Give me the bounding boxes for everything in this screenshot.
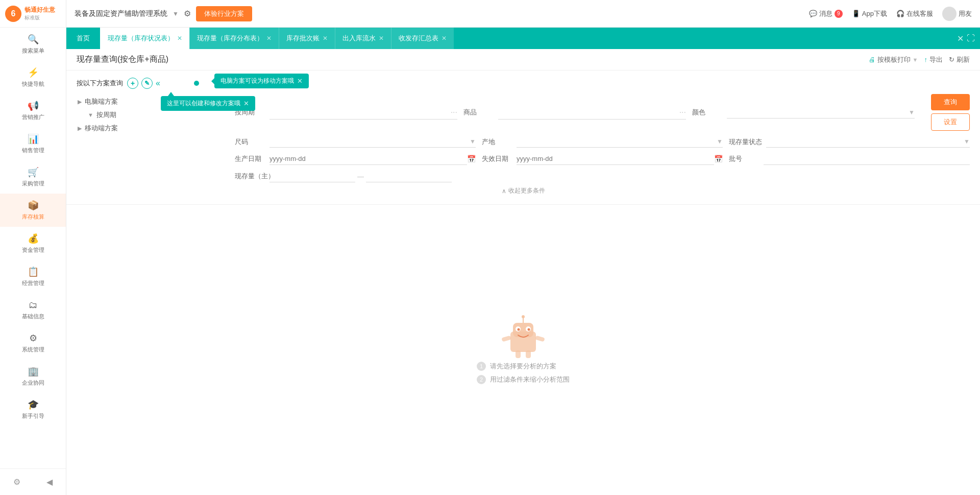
purchase-icon: 🛒 xyxy=(28,167,39,178)
collapse-label: 收起更多条件 xyxy=(508,186,545,195)
sidebar-item-finance[interactable]: 💰资金管理 xyxy=(0,227,66,260)
sidebar-item-system[interactable]: ⚙系统管理 xyxy=(0,326,66,360)
reset-button[interactable]: 设置 xyxy=(931,113,970,131)
sidebar-item-sales[interactable]: 📊销售管理 xyxy=(0,127,66,160)
user-label: 用友 xyxy=(959,9,972,18)
tab-receive-send-close[interactable]: ✕ xyxy=(442,35,447,42)
tooltip-edit-scheme: 这里可以创建和修改方案哦 ✕ xyxy=(161,96,255,111)
expire-date-cal-icon[interactable]: 📅 xyxy=(714,155,723,163)
tabs-close-all-icon[interactable]: ✕ xyxy=(957,34,964,43)
tab-batch-ledger-close[interactable]: ✕ xyxy=(323,35,328,42)
app-download-item[interactable]: 📱 App下载 xyxy=(852,9,887,18)
edit-scheme-button[interactable]: ✎ xyxy=(141,78,153,89)
stock-status-select[interactable]: ▼ xyxy=(766,136,970,148)
print-button[interactable]: 🖨 按模板打印 ▼ xyxy=(869,55,918,64)
tooltip2-close[interactable]: ✕ xyxy=(243,100,249,107)
tab-inventory-dist-close[interactable]: ✕ xyxy=(266,35,272,42)
sidebar-item-basic[interactable]: 🗂基础信息 xyxy=(0,293,66,326)
sidebar-item-purchase[interactable]: 🛒采购管理 xyxy=(0,160,66,194)
scheme-desktop-arrow: ▶ xyxy=(78,99,82,105)
color-select[interactable]: ▼ xyxy=(727,107,915,119)
messages-item[interactable]: 💬 消息 9 xyxy=(809,9,843,18)
message-badge: 9 xyxy=(835,10,843,18)
tab-batch-ledger-label: 库存批次账 xyxy=(286,34,320,43)
sidebar-item-guide[interactable]: 🎓新手引导 xyxy=(0,393,66,426)
collapse-row: ∧ 收起更多条件 xyxy=(77,182,970,197)
origin-select[interactable]: ▼ xyxy=(517,136,723,148)
export-button[interactable]: ↑ 导出 xyxy=(924,55,943,64)
sidebar-item-marketing[interactable]: 📢营销推广 xyxy=(0,94,66,127)
main-area: 装备及固定资产辅助管理系统 ▼ ⚙ 体验行业方案 💬 消息 9 📱 App下载 … xyxy=(66,0,980,495)
sidebar-item-operations[interactable]: 📋经营管理 xyxy=(0,260,66,293)
system-name: 装备及固定资产辅助管理系统 xyxy=(75,9,167,18)
sidebar-item-inventory[interactable]: 📦库存核算 xyxy=(0,194,66,227)
goods-select[interactable]: ··· xyxy=(498,106,686,120)
user-avatar xyxy=(942,7,957,21)
gear-button[interactable]: ⚙ xyxy=(184,9,191,18)
tab-batch-ledger[interactable]: 库存批次账✕ xyxy=(279,28,335,49)
scheme-arrow-button[interactable]: « xyxy=(156,79,160,88)
inventory-label: 库存核算 xyxy=(22,213,44,221)
support-item[interactable]: 🎧 在线客服 xyxy=(896,9,933,18)
color-label: 颜色 xyxy=(692,108,723,117)
warehouse-select[interactable]: ··· xyxy=(270,106,457,120)
sidebar-item-search[interactable]: 🔍搜索菜单 xyxy=(0,28,66,61)
basic-icon: 🗂 xyxy=(28,299,39,311)
field-prod-date: 生产日期 📅 xyxy=(235,153,476,165)
tab-inventory-status-close[interactable]: ✕ xyxy=(177,35,182,42)
collapse-icon[interactable]: ◀ xyxy=(44,475,55,489)
field-origin: 产地 ▼ xyxy=(482,136,723,148)
filter-row-1: 按周期 ··· 商品 ··· 颜色 xyxy=(235,94,970,131)
step2-num: 2 xyxy=(477,375,486,384)
field-stock-status: 现存量状态 ▼ xyxy=(729,136,970,148)
sidebar-item-enterprise[interactable]: 🏢企业协同 xyxy=(0,360,66,393)
stock-main-min-input[interactable] xyxy=(270,172,355,180)
expire-date-label: 失效日期 xyxy=(482,154,512,163)
step1-num: 1 xyxy=(477,362,486,371)
color-chevron-icon: ▼ xyxy=(909,109,915,116)
user-item[interactable]: 用友 xyxy=(942,7,972,21)
prod-date-start-input[interactable] xyxy=(270,155,467,162)
sidebar-item-quick-nav[interactable]: ⚡快捷导航 xyxy=(0,61,66,94)
svg-rect-8 xyxy=(516,350,521,358)
export-icon: ↑ xyxy=(924,56,928,63)
size-select[interactable]: ▼ xyxy=(270,136,476,148)
tabs-expand-icon[interactable]: ⛶ xyxy=(967,34,975,43)
tab-receive-send[interactable]: 收发存汇总表✕ xyxy=(391,28,454,49)
goods-dots-icon[interactable]: ··· xyxy=(679,108,686,117)
marketing-icon: 📢 xyxy=(28,100,39,111)
query-button[interactable]: 查询 xyxy=(931,94,970,110)
trial-button[interactable]: 体验行业方案 xyxy=(196,6,252,21)
tooltip-desktop-scheme: 电脑方案可设为移动方案哦 ✕ xyxy=(214,74,309,88)
tab-in-out-flow[interactable]: 出入库流水✕ xyxy=(335,28,391,49)
tab-inventory-dist[interactable]: 现存量（库存分布表）✕ xyxy=(189,28,279,49)
sidebar-nav: 🔍搜索菜单⚡快捷导航📢营销推广📊销售管理🛒采购管理📦库存核算💰资金管理📋经营管理… xyxy=(0,28,66,468)
tab-inventory-status[interactable]: 现存量（库存状况表）✕ xyxy=(100,28,189,49)
app-label: App下载 xyxy=(862,9,887,18)
tab-home[interactable]: 首页 xyxy=(66,28,100,49)
page-actions: 🖨 按模板打印 ▼ ↑ 导出 ↻ 刷新 xyxy=(869,55,970,64)
collapse-icon: ∧ xyxy=(502,187,506,195)
expire-date-start-input[interactable] xyxy=(517,155,714,162)
scheme-mobile-arrow: ▶ xyxy=(78,125,82,132)
add-scheme-button[interactable]: + xyxy=(127,78,138,89)
sales-icon: 📊 xyxy=(28,133,39,145)
field-color: 颜色 ▼ xyxy=(692,107,915,119)
warehouse-dots-icon[interactable]: ··· xyxy=(451,108,457,117)
settings-icon[interactable]: ⚙ xyxy=(11,475,22,489)
refresh-button[interactable]: ↻ 刷新 xyxy=(949,55,970,64)
batch-input[interactable] xyxy=(764,153,970,165)
tooltip2-text: 这里可以创建和修改方案哦 xyxy=(167,99,240,108)
tab-in-out-flow-close[interactable]: ✕ xyxy=(379,35,384,42)
prod-date-cal-icon[interactable]: 📅 xyxy=(467,155,476,163)
size-label: 尺码 xyxy=(235,137,265,147)
support-label: 在线客服 xyxy=(906,9,933,18)
tooltip1-close[interactable]: ✕ xyxy=(297,77,303,85)
tabs-controls: ✕ ⛶ xyxy=(952,34,980,43)
content-area: 现存量查询(按仓库+商品) 🖨 按模板打印 ▼ ↑ 导出 ↻ 刷新 xyxy=(66,49,980,495)
system-dropdown-icon[interactable]: ▼ xyxy=(173,10,179,17)
tooltip1-text: 电脑方案可设为移动方案哦 xyxy=(220,77,294,85)
goods-label: 商品 xyxy=(463,108,494,117)
stock-main-max-input[interactable] xyxy=(366,172,452,180)
collapse-button[interactable]: ∧ 收起更多条件 xyxy=(502,186,545,195)
